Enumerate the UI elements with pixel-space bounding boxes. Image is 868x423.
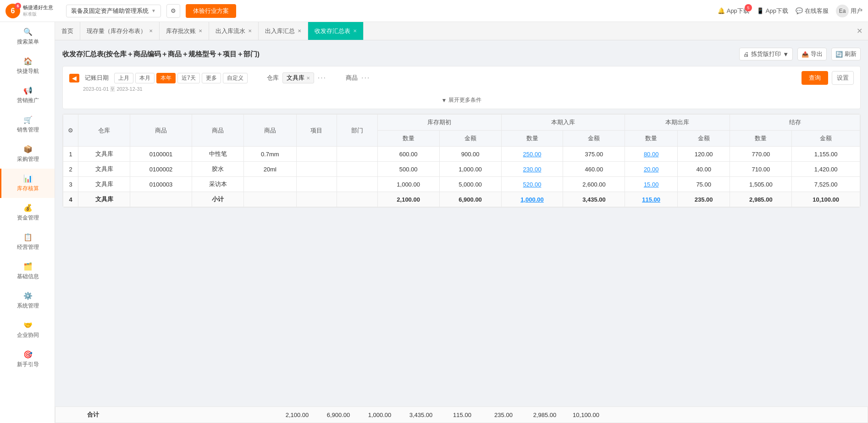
cell-close-qty: 710.00 bbox=[730, 162, 792, 177]
notification-badge: 5 bbox=[745, 4, 752, 11]
sidebar-item-finance[interactable]: 💰 资金管理 bbox=[0, 198, 55, 227]
total-bar: 合计 2,100.00 6,900.00 1,000.00 3,435.00 1… bbox=[55, 407, 868, 423]
filter-collapse-btn[interactable]: ◀ bbox=[69, 74, 79, 82]
sidebar-item-sales[interactable]: 🛒 销售管理 bbox=[0, 110, 55, 139]
main-layout: 🔍 搜索菜单 🏠 快捷导航 📢 营销推广 🛒 销售管理 📦 采购管理 📊 库存核… bbox=[0, 22, 868, 423]
tab-batch-account[interactable]: 库存批次账 ✕ bbox=[160, 22, 209, 40]
warehouse-label: 仓库 bbox=[267, 74, 279, 82]
cell-out-amt: 40.00 bbox=[677, 162, 730, 177]
app-download-button[interactable]: 📱 App下载 bbox=[757, 7, 788, 15]
system-icon: ⚙️ bbox=[23, 291, 33, 300]
warehouse-tag: 文具库 ✕ bbox=[282, 72, 314, 83]
table-row: 1文具库0100001中性笔0.7mm600.00900.00250.00375… bbox=[63, 147, 860, 162]
refresh-label: 刷新 bbox=[845, 50, 857, 58]
tab-inventory-dist[interactable]: 现存量（库存分布表） ✕ bbox=[80, 22, 160, 40]
export-button[interactable]: 📤 导出 bbox=[797, 48, 827, 60]
warehouse-tag-label: 文具库 bbox=[287, 74, 304, 82]
sidebar-item-marketing[interactable]: 📢 营销推广 bbox=[0, 81, 55, 110]
sidebar-item-basic-info[interactable]: 🗂️ 基础信息 bbox=[0, 257, 55, 286]
export-icon: 📤 bbox=[802, 51, 809, 58]
cell-spec: 20ml bbox=[244, 162, 296, 177]
sidebar-item-system[interactable]: ⚙️ 系统管理 bbox=[0, 286, 55, 315]
tab-inout-flow[interactable]: 出入库流水 ✕ bbox=[209, 22, 259, 40]
system-title-selector[interactable]: 装备及固定资产辅助管理系统 ▼ bbox=[66, 5, 161, 17]
purchase-icon: 📦 bbox=[23, 145, 33, 154]
date-btn-this-month[interactable]: 本月 bbox=[135, 73, 155, 83]
tab-close-inout-summary[interactable]: ✕ bbox=[298, 28, 301, 33]
user-area[interactable]: Ea 用户 bbox=[836, 5, 862, 17]
print-button[interactable]: 🖨 拣货版打印 ▼ bbox=[739, 48, 793, 60]
date-btn-last-month[interactable]: 上月 bbox=[114, 73, 133, 83]
sidebar-item-guide[interactable]: 🎯 新手引导 bbox=[0, 345, 55, 374]
sidebar-item-enterprise[interactable]: 🤝 企业协同 bbox=[0, 315, 55, 345]
gear-button[interactable]: ⚙ bbox=[166, 4, 180, 18]
cell-out-qty[interactable]: 80.00 bbox=[625, 147, 678, 162]
tab-close-batch-account[interactable]: ✕ bbox=[199, 28, 202, 33]
date-btn-7days[interactable]: 近7天 bbox=[177, 73, 200, 83]
cell-in-qty[interactable]: 230.00 bbox=[501, 162, 563, 177]
tab-bar-close-button[interactable]: ✕ bbox=[851, 27, 868, 35]
cell-in-qty[interactable]: 250.00 bbox=[501, 147, 563, 162]
filter-settings-button[interactable]: 设置 bbox=[832, 71, 854, 85]
notification-button[interactable]: 🔔 App下载 5 bbox=[718, 7, 749, 15]
cell-out-qty[interactable]: 20.00 bbox=[625, 162, 678, 177]
cell-seq: 4 bbox=[63, 192, 78, 207]
sidebar-item-purchase[interactable]: 📦 采购管理 bbox=[0, 139, 55, 169]
cell-open-qty: 1,000.00 bbox=[377, 177, 439, 192]
total-open-qty: 2,100.00 bbox=[276, 412, 318, 418]
print-icon: 🖨 bbox=[743, 51, 749, 58]
date-btn-this-year[interactable]: 本年 bbox=[156, 73, 176, 83]
date-btn-more[interactable]: 更多 bbox=[202, 73, 221, 83]
total-out-qty: 115.00 bbox=[442, 412, 483, 418]
page-content: 收发存汇总表(按仓库＋商品编码＋商品＋规格型号＋项目＋部门) 🖨 拣货版打印 ▼… bbox=[55, 40, 868, 407]
th-out-amt: 金额 bbox=[677, 131, 730, 147]
refresh-button[interactable]: 🔄 刷新 bbox=[831, 48, 861, 60]
cell-in-qty[interactable]: 520.00 bbox=[501, 177, 563, 192]
finance-icon: 💰 bbox=[23, 203, 33, 212]
home-icon: 🏠 bbox=[23, 57, 33, 66]
total-in-amt: 3,435.00 bbox=[400, 412, 442, 418]
sidebar-item-search[interactable]: 🔍 搜索菜单 bbox=[0, 22, 55, 51]
total-label: 合计 bbox=[75, 411, 111, 419]
sidebar-item-operations[interactable]: 📋 经营管理 bbox=[0, 227, 55, 257]
tab-home[interactable]: 首页 bbox=[55, 22, 80, 40]
print-chevron-icon: ▼ bbox=[783, 51, 789, 58]
refresh-icon: 🔄 bbox=[835, 51, 843, 58]
total-in-qty: 1,000.00 bbox=[359, 412, 400, 418]
tab-close-receive-send[interactable]: ✕ bbox=[353, 28, 357, 33]
cell-in-amt: 460.00 bbox=[563, 162, 625, 177]
tab-home-label: 首页 bbox=[61, 27, 73, 35]
query-button[interactable]: 查询 bbox=[802, 71, 828, 85]
tab-receive-send[interactable]: 收发存汇总表 ✕ bbox=[308, 22, 364, 40]
cell-in-qty[interactable]: 1,000.00 bbox=[501, 192, 563, 207]
goods-more-button[interactable]: ··· bbox=[361, 74, 370, 82]
cell-out-amt: 120.00 bbox=[677, 147, 730, 162]
th-group-opening: 库存期初 bbox=[377, 115, 501, 131]
warehouse-remove-icon[interactable]: ✕ bbox=[306, 76, 310, 81]
expand-more-btn[interactable]: ▼ 展开更多条件 bbox=[442, 96, 482, 104]
online-service-label: 在线客服 bbox=[805, 7, 829, 15]
table-settings-icon[interactable]: ⚙ bbox=[68, 127, 73, 134]
trial-button[interactable]: 体验行业方案 bbox=[186, 4, 236, 18]
cell-out-amt: 75.00 bbox=[677, 177, 730, 192]
tab-close-inout-flow[interactable]: ✕ bbox=[248, 28, 252, 33]
service-icon: 💬 bbox=[796, 7, 803, 14]
tab-inout-summary[interactable]: 出入库汇总 ✕ bbox=[259, 22, 308, 40]
cell-out-qty[interactable]: 115.00 bbox=[625, 192, 678, 207]
cell-project bbox=[296, 177, 337, 192]
cell-out-qty[interactable]: 15.00 bbox=[625, 177, 678, 192]
tab-close-inventory-dist[interactable]: ✕ bbox=[149, 28, 153, 33]
sidebar-label-finance: 资金管理 bbox=[17, 214, 39, 222]
sidebar-label-sales: 销售管理 bbox=[17, 126, 39, 134]
cell-name: 胶水 bbox=[192, 162, 244, 177]
operations-icon: 📋 bbox=[23, 233, 33, 242]
date-btn-custom[interactable]: 自定义 bbox=[223, 73, 248, 83]
marketing-icon: 📢 bbox=[23, 86, 33, 95]
sidebar-item-quick-nav[interactable]: 🏠 快捷导航 bbox=[0, 51, 55, 81]
sidebar-label-search: 搜索菜单 bbox=[17, 38, 39, 46]
sidebar-item-inventory[interactable]: 📊 库存核算 bbox=[0, 169, 55, 198]
online-service-button[interactable]: 💬 在线客服 bbox=[796, 7, 829, 15]
warehouse-more-button[interactable]: ··· bbox=[318, 74, 326, 82]
export-label: 导出 bbox=[811, 50, 823, 58]
sidebar-label-guide: 新手引导 bbox=[17, 361, 39, 368]
